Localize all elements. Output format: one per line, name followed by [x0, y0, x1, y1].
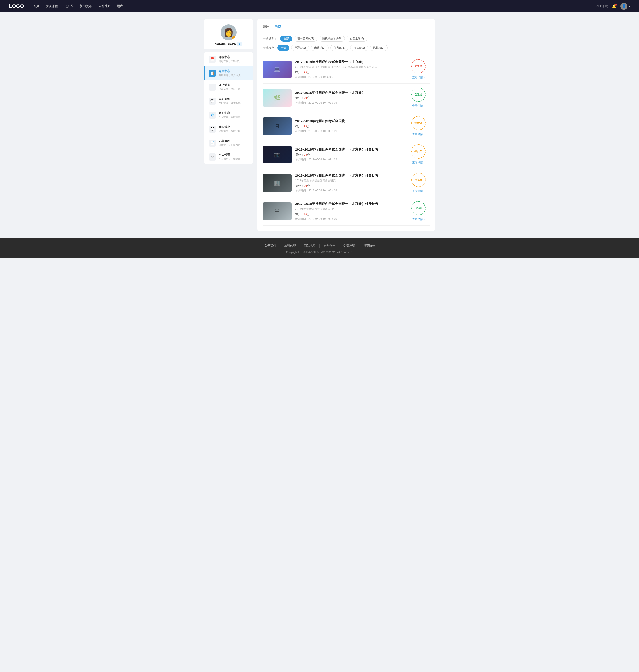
account-icon: 💎: [209, 112, 216, 119]
exam-thumbnail-3: 🖥: [263, 117, 292, 135]
exam-score-5: 得分：99分: [295, 184, 404, 188]
exam-type-label: 考试类型：: [263, 37, 277, 41]
exam-status-filter-已批阅(2)[interactable]: 已批阅(2): [370, 45, 388, 51]
settings-sub: 个人信息，一键管理: [219, 158, 249, 161]
exam-status-filter-未通过(2)[interactable]: 未通过(2): [311, 45, 329, 51]
sidebar-item-qa[interactable]: 💬 学习问答 课后重温，疑难解答: [204, 94, 253, 108]
sidebar-item-message[interactable]: 💭 我的消息 消息通知，及时了解: [204, 122, 253, 136]
nav-item-首页[interactable]: 首页: [33, 4, 39, 8]
nav-item-新闻资讯[interactable]: 新闻资讯: [80, 4, 92, 8]
exam-score-3: 得分：99分: [295, 124, 404, 128]
exam-status-filter-已通过(2)[interactable]: 已通过(2): [291, 45, 309, 51]
nav-item-公开课[interactable]: 公开课: [64, 4, 74, 8]
sidebar-item-order[interactable]: 📄 订单管理 订单支出，明明白白: [204, 136, 253, 150]
course-title: 课程中心: [219, 55, 249, 59]
exam-type-filter-全部[interactable]: 全部: [280, 36, 292, 42]
exam-thumbnail-4: 📷: [263, 146, 292, 163]
notification-bell-icon[interactable]: 🔔: [612, 4, 617, 9]
user-avatar-menu[interactable]: 👤 ▾: [620, 3, 630, 10]
chevron-down-icon: ▾: [629, 5, 630, 8]
exam-title-4: 2017–2018年行测证件考试全国统一（北京卷）付费批卷: [295, 147, 404, 152]
exam-time-5: 考试时间：2019-05-03 10：09：09: [295, 189, 404, 192]
view-detail-button-1[interactable]: 查看详情 ›: [412, 76, 424, 79]
exam-title-3: 2017–2018年行测证件考试全国统一: [295, 119, 404, 123]
exam-thumbnail-5: 🏢: [263, 174, 292, 192]
footer: 关于我们加盟代理网站地图合作伙伴免责声明招贤纳士 Copyright© 云朵商学…: [0, 238, 639, 258]
honor-sub: 收获荣誉，持证上岗: [219, 87, 249, 91]
nav-item-发现课程[interactable]: 发现课程: [46, 4, 58, 8]
exam-right-1: 未通过 查看详情 ›: [407, 59, 430, 79]
exam-right-3: 待考试 查看详情 ›: [407, 116, 430, 136]
message-icon: 💭: [209, 126, 216, 133]
exam-type-filter-付费批卷(6)[interactable]: 付费批卷(6): [346, 36, 367, 42]
exam-title-6: 2017–2018年行测证件考试全国统一（北京卷）付费批卷: [295, 202, 404, 206]
footer-link-5[interactable]: 招贤纳士: [359, 244, 379, 248]
exam-status-filter-row: 考试状态 全部已通过(2)未通过(2)待考试(2)待批阅(2)已批阅(2): [263, 45, 430, 51]
profile-name: Natalie Smith 图: [215, 42, 242, 46]
exam-status-stamp-5: 待批阅: [411, 173, 425, 187]
profile-tag: 图: [237, 42, 242, 46]
settings-icon: ⚙: [209, 154, 216, 161]
exam-score-2: 得分：99分: [295, 96, 404, 100]
exam-status-stamp-2: 已通过: [411, 87, 425, 102]
order-title: 订单管理: [219, 139, 249, 143]
settings-title: 个人设置: [219, 153, 249, 157]
view-detail-button-2[interactable]: 查看详情 ›: [412, 104, 424, 108]
sidebar-item-course[interactable]: 📅 课程中心 精彩课程，不容错过: [204, 52, 253, 66]
exam-desc: 2018年行测考试是最值得多去研究 2018年行测考试是最值得多去研究 2018…: [295, 65, 379, 69]
footer-link-4[interactable]: 免责声明: [340, 244, 359, 248]
notification-dot: [615, 4, 617, 5]
view-detail-button-6[interactable]: 查看详情 ›: [412, 218, 424, 221]
exam-score-1: 得分：25分: [295, 70, 404, 74]
exam-info-4: 2017–2018年行测证件考试全国统一（北京卷）付费批卷 得分：25分 考试时…: [295, 147, 404, 161]
exam-time-2: 考试时间：2019-05-03 10：09：09: [295, 101, 404, 105]
footer-link-2[interactable]: 网站地图: [300, 244, 320, 248]
footer-links: 关于我们加盟代理网站地图合作伙伴免责声明招贤纳士: [0, 244, 639, 248]
nav-item-题库[interactable]: 题库: [117, 4, 123, 8]
tab-考试[interactable]: 考试: [275, 25, 281, 31]
exam-type-filter-证书类考试(4)[interactable]: 证书类考试(4): [294, 36, 317, 42]
exam-title-2: 2017–2018年行测证件考试全国统一（北京卷）: [295, 91, 404, 95]
logo[interactable]: LOGO: [9, 3, 24, 9]
view-detail-button-3[interactable]: 查看详情 ›: [412, 132, 424, 136]
exam-item-1: 💻 2017–2018年行测证件考试全国统一（北京卷） 2018年行测考试是最值…: [263, 55, 430, 84]
question-sub: 海量习题，助力通关: [219, 74, 249, 77]
footer-link-0[interactable]: 关于我们: [261, 244, 280, 248]
sidebar-item-settings[interactable]: ⚙ 个人设置 个人信息，一键管理: [204, 150, 253, 164]
exam-status-filter-待考试(2)[interactable]: 待考试(2): [330, 45, 348, 51]
content-area: 题库考试 考试类型： 全部证书类考试(4)随机抽题考试(5)付费批卷(6) 考试…: [258, 19, 435, 231]
view-detail-button-4[interactable]: 查看详情 ›: [412, 161, 424, 164]
exam-item-4: 📷 2017–2018年行测证件考试全国统一（北京卷）付费批卷 得分：25分 考…: [263, 140, 430, 169]
exam-info-1: 2017–2018年行测证件考试全国统一（北京卷） 2018年行测考试是最值得多…: [295, 60, 404, 79]
avatar: 👤: [620, 3, 627, 10]
exam-score-4: 得分：25分: [295, 153, 404, 157]
app-download-button[interactable]: APP下载: [596, 4, 608, 8]
question-title: 题库中心: [219, 69, 249, 73]
sidebar-item-account[interactable]: 💎 账户中心 个人权益，实时掌握: [204, 108, 253, 122]
exam-status-stamp-3: 待考试: [411, 116, 425, 130]
profile-badge-icon: 🏅: [232, 36, 236, 40]
exam-type-filter-随机抽题考试(5)[interactable]: 随机抽题考试(5): [319, 36, 345, 42]
exam-desc: 2018年行测考试是最值得多去研究: [295, 179, 379, 182]
exam-status-filter-全部[interactable]: 全部: [277, 45, 289, 51]
footer-link-1[interactable]: 加盟代理: [280, 244, 300, 248]
tab-题库[interactable]: 题库: [263, 25, 269, 31]
exam-time-1: 考试时间：2019-05-03 10:09:09: [295, 75, 404, 79]
footer-link-3[interactable]: 合作伙伴: [320, 244, 340, 248]
main-wrapper: 👩 🏅 Natalie Smith 图 📅 课程中心 精彩课程，不容错过 📋 题…: [200, 12, 439, 238]
nav-item-...[interactable]: ...: [129, 4, 132, 8]
nav-item-问答社区[interactable]: 问答社区: [98, 4, 111, 8]
exam-title-5: 2017–2018年行测证件考试全国统一（北京卷）付费批卷: [295, 173, 404, 178]
exam-status-filter-待批阅(2)[interactable]: 待批阅(2): [350, 45, 368, 51]
sidebar-item-question[interactable]: 📋 题库中心 海量习题，助力通关: [204, 66, 253, 80]
exam-type-filter-row: 考试类型： 全部证书类考试(4)随机抽题考试(5)付费批卷(6): [263, 36, 430, 42]
exam-item-6: 🏛 2017–2018年行测证件考试全国统一（北京卷）付费批卷 2018年行测考…: [263, 197, 430, 226]
honor-title: 证书荣誉: [219, 83, 249, 87]
profile-avatar: 👩 🏅: [220, 25, 236, 41]
exam-item-2: 🌿 2017–2018年行测证件考试全国统一（北京卷） 得分：99分 考试时间：…: [263, 84, 430, 112]
header-right: APP下载 🔔 👤 ▾: [596, 3, 630, 10]
sidebar-item-honor[interactable]: 🎖 证书荣誉 收获荣誉，持证上岗: [204, 80, 253, 94]
exam-score-6: 得分：25分: [295, 212, 404, 216]
view-detail-button-5[interactable]: 查看详情 ›: [412, 189, 424, 193]
message-title: 我的消息: [219, 125, 249, 129]
